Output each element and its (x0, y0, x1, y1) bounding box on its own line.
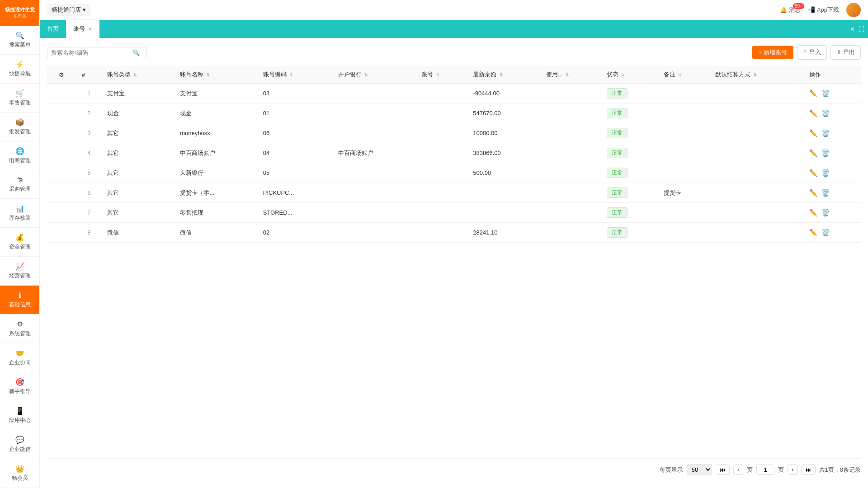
row-status: 正常 (601, 123, 658, 143)
edit-icon[interactable]: ✏️ (809, 169, 818, 177)
edit-icon[interactable]: ✏️ (809, 209, 818, 217)
sidebar-item-label: 采购管理 (9, 185, 31, 193)
row-balance: -90444.00 (467, 84, 540, 103)
row-actions: ✏️ 🗑️ (804, 163, 861, 183)
sidebar-item-capital-mgmt[interactable]: 💰 资金管理 (0, 228, 39, 257)
tab-home[interactable]: 首页 (40, 20, 66, 38)
row-status: 正常 (601, 163, 658, 183)
col-settings[interactable]: ⚙ (47, 66, 76, 84)
sidebar-item-app-center[interactable]: 📱 应用中心 (0, 401, 39, 430)
avatar[interactable] (846, 3, 861, 17)
delete-icon[interactable]: 🗑️ (821, 229, 830, 237)
sidebar-item-enterprise-wechat[interactable]: 💬 企业微信 (0, 430, 39, 459)
row-status: 正常 (601, 143, 658, 163)
edit-icon[interactable]: ✏️ (809, 149, 818, 157)
inventory-icon: 📊 (15, 204, 24, 213)
row-balance (467, 183, 540, 203)
tab-actions: ✕ ⛶ (850, 26, 864, 33)
row-default-settlement (710, 163, 804, 183)
sidebar-item-enterprise-agreement[interactable]: 🤝 企业协同 (0, 343, 39, 372)
sidebar-item-operations-mgmt[interactable]: 📈 经营管理 (0, 257, 39, 286)
sidebar-item-label: 新手引导 (9, 388, 31, 395)
col-code[interactable]: 账号编码 ⇅ (258, 66, 333, 84)
delete-icon[interactable]: 🗑️ (821, 89, 830, 98)
delete-icon[interactable]: 🗑️ (821, 129, 830, 137)
page-input[interactable] (756, 465, 774, 475)
sidebar: 畅捷通对生意 乐雁版 🔍 搜索菜单 ⚡ 快捷导航 🛒 零售管理 📦 批发管理 🌐… (0, 0, 40, 488)
row-num: 8 (76, 223, 102, 243)
sidebar-item-quick-nav[interactable]: ⚡ 快捷导航 (0, 55, 39, 84)
row-code: 01 (258, 103, 333, 123)
delete-icon[interactable]: 🗑️ (821, 109, 830, 117)
col-type[interactable]: 账号类型 ⇅ (102, 66, 175, 84)
sort-remark-icon: ⇅ (678, 72, 681, 77)
search-box[interactable]: 🔍 (47, 47, 146, 58)
delete-icon[interactable]: 🗑️ (821, 209, 830, 217)
first-page-button[interactable]: ⏮ (716, 465, 730, 475)
row-bank (333, 123, 416, 143)
row-default-settlement (710, 143, 804, 163)
wechat-icon: 💬 (15, 436, 24, 444)
row-actions: ✏️ 🗑️ (804, 84, 861, 103)
total-label: 共1页，8条记录 (819, 466, 861, 474)
sidebar-item-newbie-guide[interactable]: 🎯 新手引导 (0, 372, 39, 401)
export-button[interactable]: ⇩ 导出 (830, 45, 861, 60)
sidebar-item-purchase-mgmt[interactable]: 🛍 采购管理 (0, 170, 39, 199)
member-icon: 👑 (15, 465, 24, 473)
tab-close-icon[interactable]: ✕ (88, 26, 92, 32)
sidebar-item-vip-member[interactable]: 👑 畅会员 (0, 459, 39, 488)
sidebar-item-retail-mgmt[interactable]: 🛒 零售管理 (0, 84, 39, 113)
next-page-button[interactable]: › (788, 465, 797, 475)
row-actions: ✏️ 🗑️ (804, 103, 861, 123)
col-remark[interactable]: 备注 ⇅ (658, 66, 710, 84)
sidebar-item-label: 系统管理 (9, 330, 31, 338)
delete-icon[interactable]: 🗑️ (821, 149, 830, 157)
col-status[interactable]: 状态 ⇅ (601, 66, 658, 84)
sidebar-item-search-menu[interactable]: 🔍 搜索菜单 (0, 26, 39, 55)
row-account (416, 223, 467, 243)
delete-icon[interactable]: 🗑️ (821, 189, 830, 197)
row-balance: 500.00 (467, 163, 540, 183)
col-name[interactable]: 账号名称 ⇅ (175, 66, 258, 84)
add-account-button[interactable]: + 新增账号 (752, 46, 793, 59)
sidebar-item-system-mgmt[interactable]: ⚙ 系统管理 (0, 314, 39, 343)
row-usage (541, 223, 601, 243)
col-bank[interactable]: 开户银行 ⇅ (333, 66, 416, 84)
edit-icon[interactable]: ✏️ (809, 89, 818, 98)
table-row: 4 其它 中百商场账户 04 中百商场账户 383866.00 正常 ✏️ 🗑️ (47, 143, 861, 163)
maximize-icon[interactable]: ⛶ (859, 26, 864, 33)
row-name: 支付宝 (175, 84, 258, 103)
app-download-button[interactable]: 📲 App下载 (808, 6, 839, 14)
sidebar-item-label: 电商管理 (9, 157, 31, 164)
sidebar-item-basic-info[interactable]: ℹ 基础信息 (0, 286, 39, 314)
store-selector[interactable]: 畅捷通门店 ▾ (47, 4, 90, 16)
row-account (416, 163, 467, 183)
search-icon[interactable]: 🔍 (132, 49, 140, 56)
row-remark (658, 143, 710, 163)
search-input[interactable] (51, 49, 132, 56)
last-page-button[interactable]: ⏭ (802, 465, 816, 475)
col-balance[interactable]: 最新余额 ⇅ (467, 66, 540, 84)
col-default-settlement[interactable]: 默认结算方式 ⇅ (710, 66, 804, 84)
col-usage[interactable]: 使用... ⇅ (541, 66, 601, 84)
row-balance: 10000.00 (467, 123, 540, 143)
import-button[interactable]: ⇧ 导入 (797, 45, 827, 60)
delete-icon[interactable]: 🗑️ (821, 169, 830, 177)
page-size-select[interactable]: 50 100 200 (687, 464, 712, 475)
prev-page-button[interactable]: ‹ (733, 465, 743, 475)
edit-icon[interactable]: ✏️ (809, 189, 818, 197)
row-usage (541, 183, 601, 203)
edit-icon[interactable]: ✏️ (809, 229, 818, 237)
close-window-icon[interactable]: ✕ (850, 26, 855, 33)
sidebar-item-ecommerce-mgmt[interactable]: 🌐 电商管理 (0, 141, 39, 170)
sidebar-item-wholesale-mgmt[interactable]: 📦 批发管理 (0, 113, 39, 141)
edit-icon[interactable]: ✏️ (809, 129, 818, 137)
sidebar-item-inventory[interactable]: 📊 库存核算 (0, 199, 39, 228)
row-type: 其它 (102, 123, 175, 143)
row-default-settlement (710, 123, 804, 143)
row-name: 微信 (175, 223, 258, 243)
tab-account[interactable]: 账号 ✕ (66, 20, 99, 38)
col-account[interactable]: 账号 ⇅ (416, 66, 467, 84)
edit-icon[interactable]: ✏️ (809, 109, 818, 117)
message-button[interactable]: 🔔 消息 99+ (780, 6, 801, 14)
